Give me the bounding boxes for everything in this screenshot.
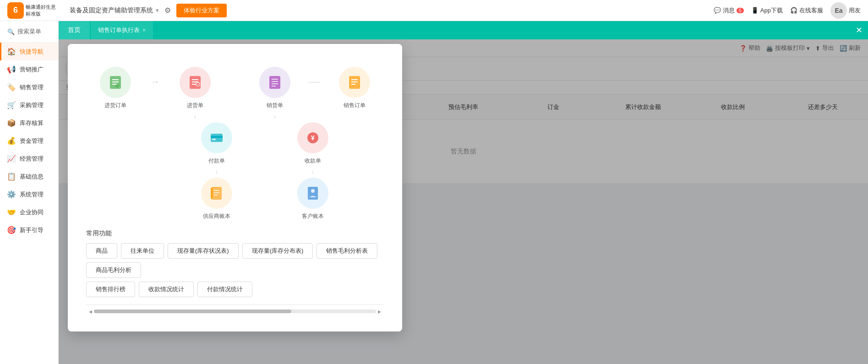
- svg-rect-20: [211, 136, 223, 138]
- finance-icon: 💰: [7, 136, 16, 145]
- sidebar-item-newbie[interactable]: 🎯 新手引导: [0, 221, 58, 239]
- func-buttons-row1: 商品 往来单位 现存量(库存状况表) 现存量(库存分布表) 销售毛利分析表 商品…: [86, 243, 384, 278]
- flow-item-customer-ledger[interactable]: 客户账本: [283, 178, 343, 220]
- sidebar-item-finance[interactable]: 💰 资金管理: [0, 132, 58, 150]
- spacer-d4: [300, 109, 330, 122]
- flow-item-supplier-ledger[interactable]: 供应商账本: [187, 178, 246, 220]
- sidebar-item-marketing[interactable]: 📢 营销推广: [0, 60, 58, 78]
- page-content: ❓ 帮助 🖨️ 按模板打印 ▾ ⬆ 导出 🔄: [59, 39, 868, 364]
- purchase-label: 进货单: [187, 102, 203, 109]
- flow-row3: 供应商账本 客户账本: [91, 178, 379, 220]
- scroll-right-icon[interactable]: ▸: [378, 308, 381, 315]
- top-right: 💬 消息 5 📱 App下载 🎧 在线客服 Ea 用友: [714, 2, 861, 19]
- user-item[interactable]: Ea 用友: [830, 2, 861, 19]
- sales-order-label: 销售订单: [344, 102, 366, 109]
- receipt-label: 收款单: [305, 157, 321, 165]
- tab-home[interactable]: 首页: [59, 21, 90, 39]
- top-bar: 6 畅康通好生意 标准版 装备及固定资产辅助管理系统 ▾ ⚙ 体验行业方案 💬 …: [0, 0, 868, 21]
- logo-area: 6 畅康通好生意 标准版: [7, 2, 66, 19]
- enterprise-icon: 🤝: [7, 208, 16, 217]
- online-service-item[interactable]: 🎧 在线客服: [790, 6, 823, 15]
- flow-item-purchase[interactable]: 进货单: [170, 67, 220, 109]
- sidebar-item-operations[interactable]: 📈 经营管理: [0, 150, 58, 168]
- tab-bar: 首页 销售订单执行表 × ✕: [59, 21, 868, 39]
- arrow-right-1: →: [140, 76, 170, 100]
- scroll-left-icon[interactable]: ◂: [89, 308, 92, 315]
- spacer-d3: [220, 109, 250, 122]
- scroll-bar-area: ◂ ▸: [86, 304, 384, 318]
- flow-item-receipt[interactable]: ¥ 收款单: [283, 122, 343, 165]
- flow-item-purchase-order[interactable]: 进货订单: [91, 67, 140, 109]
- func-btn-partner[interactable]: 往来单位: [121, 243, 164, 259]
- download-icon: 📱: [751, 7, 759, 14]
- search-menu-button[interactable]: 🔍 搜索菜单: [4, 25, 55, 38]
- flow-item-sales-order[interactable]: 销售订单: [330, 67, 379, 109]
- headset-icon: 🎧: [790, 7, 797, 14]
- settings-gear-icon[interactable]: ⚙: [164, 6, 171, 15]
- sidebar-item-inventory[interactable]: 📦 库存核算: [0, 114, 58, 132]
- sidebar-item-quick-nav[interactable]: 🏠 快捷导航: [0, 43, 58, 60]
- sidebar-item-sales[interactable]: 🏷️ 销售管理: [0, 78, 58, 96]
- sidebar-item-enterprise[interactable]: 🤝 企业协同: [0, 203, 58, 221]
- common-functions: 常用功能 商品 往来单位 现存量(库存状况表) 现存量(库存分布表) 销售毛利分…: [86, 229, 384, 297]
- func-btn-stock-status[interactable]: 现存量(库存状况表): [168, 243, 239, 259]
- svg-rect-10: [269, 76, 280, 89]
- sidebar: 🔍 搜索菜单 🏠 快捷导航 📢 营销推广 🏷️ 销售管理 🛒 采购管理: [0, 21, 59, 364]
- flow-row1: 进货订单 →: [91, 67, 379, 109]
- scroll-track[interactable]: [94, 310, 376, 313]
- title-dropdown-icon[interactable]: ▾: [156, 7, 159, 14]
- tab-sales-order[interactable]: 销售订单执行表 ×: [91, 21, 153, 39]
- message-item[interactable]: 💬 消息 5: [714, 6, 744, 15]
- flow-diagram: 进货订单 →: [86, 58, 384, 225]
- down-arrow-so: [330, 109, 379, 122]
- common-funcs-title: 常用功能: [86, 229, 384, 238]
- quick-nav-icon: 🏠: [7, 47, 16, 56]
- func-btn-sales-rank[interactable]: 销售排行榜: [86, 282, 135, 297]
- spacer-d1: [91, 109, 140, 122]
- marketing-icon: 📢: [7, 65, 16, 74]
- sales-label: 销货单: [267, 102, 283, 109]
- sidebar-item-system[interactable]: ⚙️ 系统管理: [0, 185, 58, 203]
- purchase-icon: 🛒: [7, 101, 16, 109]
- logo-text: 畅康通好生意 标准版: [26, 4, 56, 17]
- down-arrow-purchase: ↓: [170, 109, 220, 122]
- flow-row2: 付款单 ¥ 收款单: [91, 122, 379, 165]
- supplier-ledger-label: 供应商账本: [203, 212, 230, 220]
- customer-ledger-label: 客户账本: [302, 212, 324, 220]
- func-btn-sales-profit[interactable]: 销售毛利分析表: [317, 243, 377, 259]
- sidebar-item-purchase[interactable]: 🛒 采购管理: [0, 96, 58, 114]
- flow-item-payment[interactable]: 付款单: [187, 122, 246, 165]
- operations-icon: 📈: [7, 154, 16, 163]
- sales-order-circle: [339, 67, 370, 98]
- sidebar-item-basic-info[interactable]: 📋 基础信息: [0, 168, 58, 185]
- sales-icon: 🏷️: [7, 83, 16, 92]
- content-area: 首页 销售订单执行表 × ✕ ❓ 帮助 �: [59, 21, 868, 364]
- tab-bar-close-icon[interactable]: ✕: [856, 25, 863, 35]
- customer-ledger-circle: [297, 178, 328, 209]
- down-arrow-payment: ↓: [187, 165, 246, 178]
- down-arrow-sales: ↓: [250, 109, 300, 122]
- payment-label: 付款单: [208, 157, 225, 165]
- app-download-item[interactable]: 📱 App下载: [751, 6, 783, 15]
- arrows-down-row: ↓ ↓: [91, 109, 379, 122]
- scroll-thumb: [94, 310, 291, 313]
- trial-button[interactable]: 体验行业方案: [176, 4, 227, 17]
- inventory-icon: 📦: [7, 119, 16, 127]
- func-btn-payment-stat[interactable]: 收款情况统计: [139, 282, 194, 297]
- sp3: [246, 165, 283, 178]
- modal-overlay: 进货订单 →: [59, 39, 868, 364]
- down-arrow-receipt: ↓: [283, 165, 343, 178]
- main-area: 🔍 搜索菜单 🏠 快捷导航 📢 营销推广 🏷️ 销售管理 🛒 采购管理: [0, 21, 868, 364]
- svg-rect-29: [308, 187, 318, 200]
- payment-circle: [201, 122, 232, 153]
- func-btn-pay-stat[interactable]: 付款情况统计: [197, 282, 252, 297]
- func-btn-goods[interactable]: 商品: [86, 243, 117, 259]
- flow-item-sales[interactable]: 销货单: [250, 67, 300, 109]
- func-btn-goods-profit[interactable]: 商品毛利分析: [86, 262, 141, 278]
- supplier-ledger-circle: [201, 178, 232, 209]
- tab-close-icon[interactable]: ×: [142, 27, 146, 33]
- sidebar-search: 🔍 搜索菜单: [0, 21, 58, 43]
- search-icon: 🔍: [7, 28, 15, 35]
- func-btn-stock-dist[interactable]: 现存量(库存分布表): [242, 243, 313, 259]
- svg-point-30: [311, 189, 315, 193]
